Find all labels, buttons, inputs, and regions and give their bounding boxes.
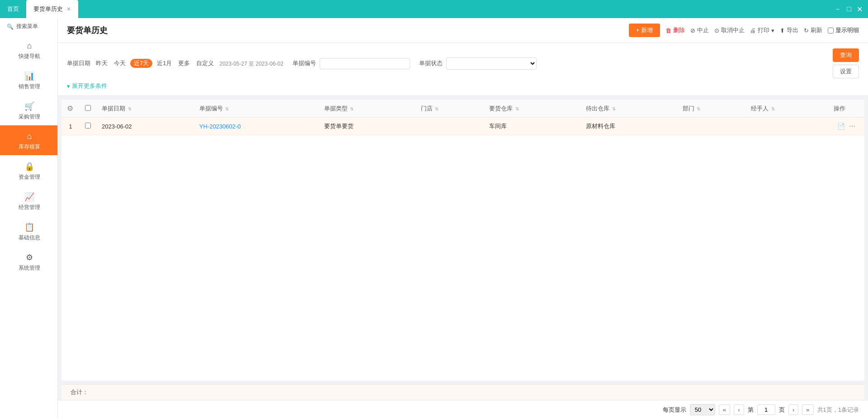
col-doc-type[interactable]: 单据类型 ⇅ <box>319 100 415 118</box>
print-button[interactable]: 🖨 打印 ▾ <box>750 26 774 34</box>
row-select-checkbox[interactable] <box>85 123 91 129</box>
col-store-sort: ⇅ <box>435 106 439 111</box>
maximize-icon[interactable]: □ <box>847 5 851 13</box>
col-checkbox <box>80 100 96 118</box>
delete-icon: 🗑 <box>665 27 671 34</box>
col-pending-warehouse[interactable]: 待出仓库 ⇅ <box>580 100 677 118</box>
row-department <box>677 118 746 135</box>
row-ops: 📄 ⋯ <box>828 118 864 135</box>
export-label: 导出 <box>787 26 798 34</box>
status-label: 单据状态 <box>419 59 443 67</box>
page-header: 要货单历史 + 新增 🗑 删除 ⊘ 中止 ⊙ 取消中止 🖨 打印 <box>58 18 868 43</box>
row-doc-no[interactable]: YH-20230602-0 <box>194 118 319 135</box>
col-handler[interactable]: 经手人 ⇅ <box>745 100 828 118</box>
date-range-text: 2023-05-27 至 2023-06-02 <box>219 60 283 68</box>
sidebar-item-finance[interactable]: 🔒 资金管理 <box>0 155 57 186</box>
doc-number-filter: 单据编号 <box>292 58 410 69</box>
doc-number-input[interactable] <box>320 58 410 69</box>
close-icon[interactable]: ✕ <box>857 5 863 14</box>
sidebar-item-system[interactable]: ⚙ 系统管理 <box>0 246 57 276</box>
tab-close-icon[interactable]: ✕ <box>66 6 71 12</box>
sidebar-item-basic[interactable]: 📋 基础信息 <box>0 216 57 246</box>
per-page-label: 每页显示 <box>663 406 686 414</box>
sidebar-search-label: 搜索菜单 <box>16 23 38 30</box>
filter-row-1: 单据日期 昨天 今天 近7天 近1月 更多 自定义 2023-05-27 至 2… <box>67 48 859 78</box>
settings-button[interactable]: 设置 <box>833 65 859 78</box>
display-detail-checkbox[interactable] <box>828 28 834 33</box>
col-department-label: 部门 <box>683 105 694 112</box>
row-handler <box>745 118 828 135</box>
top-bar-right: － □ ✕ <box>834 5 868 14</box>
col-doc-type-label: 单据类型 <box>324 105 348 112</box>
sidebar-item-operation[interactable]: 📈 经营管理 <box>0 186 57 216</box>
refresh-icon: ↻ <box>804 27 809 34</box>
row-doc-no-link[interactable]: YH-20230602-0 <box>199 123 241 130</box>
last-page-button[interactable]: » <box>802 405 813 415</box>
sidebar-item-sales[interactable]: 📊 销售管理 <box>0 65 57 95</box>
col-doc-no-sort: ⇅ <box>225 106 229 111</box>
per-page-select[interactable]: 50 20 100 200 <box>690 404 715 415</box>
sidebar-item-purchase[interactable]: 🛒 采购管理 <box>0 95 57 125</box>
page-number-input[interactable] <box>757 405 775 415</box>
date-filter-label: 单据日期 <box>67 59 90 67</box>
expand-label: 展开更多条件 <box>72 82 107 90</box>
query-button[interactable]: 查询 <box>833 48 859 62</box>
date-options: 昨天 今天 近7天 近1月 更多 自定义 <box>94 59 216 68</box>
col-department[interactable]: 部门 ⇅ <box>677 100 746 118</box>
minimize-icon[interactable]: － <box>834 5 841 14</box>
stop-button[interactable]: ⊘ 中止 <box>690 26 709 34</box>
date-opt-yesterday[interactable]: 昨天 <box>94 59 109 68</box>
tab-requisition[interactable]: 要货单历史 ✕ <box>26 0 78 18</box>
first-page-button[interactable]: « <box>719 405 730 415</box>
purchase-icon: 🛒 <box>24 101 34 111</box>
prev-page-button[interactable]: ‹ <box>734 405 744 415</box>
sidebar-item-inventory[interactable]: ⌂ 库存核算 <box>0 125 57 155</box>
status-select[interactable] <box>446 57 537 70</box>
display-detail-toggle[interactable]: 显示明细 <box>828 26 859 34</box>
stop-label: 中止 <box>697 26 709 34</box>
refresh-button[interactable]: ↻ 刷新 <box>804 26 822 34</box>
date-opt-more[interactable]: 更多 <box>176 59 192 68</box>
row-edit-icon[interactable]: 📄 <box>837 123 845 130</box>
sidebar-item-quick-nav[interactable]: ⌂ 快捷导航 <box>0 35 57 65</box>
table-header-row: ⚙ 单据日期 ⇅ 单据编号 ⇅ <box>61 100 864 118</box>
col-date[interactable]: 单据日期 ⇅ <box>96 100 194 118</box>
cancel-stop-button[interactable]: ⊙ 取消中止 <box>714 26 745 34</box>
date-opt-last7days[interactable]: 近7天 <box>130 59 152 68</box>
row-store <box>415 118 484 135</box>
select-all-checkbox[interactable] <box>85 105 91 111</box>
delete-button[interactable]: 🗑 删除 <box>665 26 685 34</box>
date-opt-last-month[interactable]: 近1月 <box>155 59 174 68</box>
date-opt-today[interactable]: 今天 <box>112 59 127 68</box>
print-icon: 🖨 <box>750 27 756 34</box>
sidebar-label-basic: 基础信息 <box>19 234 40 242</box>
new-button[interactable]: + 新增 <box>629 24 660 37</box>
expand-button[interactable]: ▾ 展开更多条件 <box>67 82 859 90</box>
print-label: 打印 <box>758 26 769 34</box>
sidebar-label-operation: 经营管理 <box>19 204 40 211</box>
page-label: 第 <box>748 406 754 414</box>
col-doc-no[interactable]: 单据编号 ⇅ <box>194 100 319 118</box>
doc-number-label: 单据编号 <box>292 59 316 67</box>
sidebar-search[interactable]: 🔍 搜索菜单 <box>0 18 57 35</box>
sidebar-label-inventory: 库存核算 <box>19 143 40 151</box>
col-store[interactable]: 门店 ⇅ <box>415 100 484 118</box>
home-icon: ⌂ <box>27 41 32 51</box>
table-area: ⚙ 单据日期 ⇅ 单据编号 ⇅ <box>61 100 864 381</box>
tab-home-label: 首页 <box>7 5 19 13</box>
tab-bar: 首页 要货单历史 ✕ <box>0 0 78 18</box>
date-opt-custom[interactable]: 自定义 <box>194 59 216 68</box>
tab-requisition-label: 要货单历史 <box>33 5 63 13</box>
col-doc-no-label: 单据编号 <box>199 105 223 112</box>
basic-icon: 📋 <box>24 222 34 232</box>
table-settings-icon[interactable]: ⚙ <box>67 105 73 112</box>
cancel-stop-icon: ⊙ <box>714 27 719 34</box>
refresh-label: 刷新 <box>811 26 822 34</box>
col-req-warehouse[interactable]: 要货仓库 ⇅ <box>484 100 580 118</box>
next-page-button[interactable]: › <box>788 405 798 415</box>
export-button[interactable]: ⬆ 导出 <box>780 26 798 34</box>
pagination-bar: 每页显示 50 20 100 200 « ‹ 第 页 › » 共1页，1条记录 <box>58 400 868 419</box>
main-layout: 🔍 搜索菜单 ⌂ 快捷导航 📊 销售管理 🛒 采购管理 ⌂ 库存核算 🔒 资金管… <box>0 18 868 419</box>
row-more-icon[interactable]: ⋯ <box>849 123 855 130</box>
tab-home[interactable]: 首页 <box>0 0 26 18</box>
